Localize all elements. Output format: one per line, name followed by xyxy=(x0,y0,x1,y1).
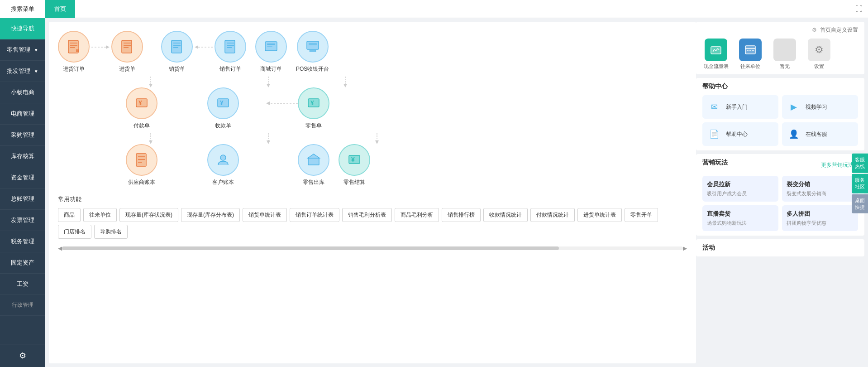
supplier-account-icon[interactable] xyxy=(126,144,157,176)
search-menu-button[interactable]: 搜索菜单 xyxy=(0,0,45,18)
svg-marker-43 xyxy=(267,140,270,144)
func-btn-receipt-stat[interactable]: 收款情况统计 xyxy=(483,208,528,222)
svg-marker-15 xyxy=(195,45,198,49)
func-btn-sales-margin[interactable]: 销售毛利分析表 xyxy=(342,208,392,222)
marketing-grid: 会员拉新 吸引用户成为会员 裂变分销 裂变式发展分销商 直播卖货 场景式购物新玩… xyxy=(702,176,858,231)
marketing-group[interactable]: 多人拼团 拼团购物享受优惠 xyxy=(782,205,858,231)
scroll-right-btn[interactable]: ▶ xyxy=(683,245,687,251)
sidebar-item-salary[interactable]: 工资 xyxy=(0,274,45,295)
sidebar-item-finance[interactable]: 资金管理 xyxy=(0,167,45,188)
scroll-left-btn[interactable]: ◀ xyxy=(58,245,62,251)
shortcut-settings[interactable]: ⚙ 设置 xyxy=(806,39,833,70)
func-btn-store-rank[interactable]: 门店排名 xyxy=(58,225,91,239)
float-community[interactable]: 服务社区 xyxy=(852,174,868,193)
help-beginner[interactable]: ✉ 新手入门 xyxy=(702,95,778,119)
beginner-icon: ✉ xyxy=(707,100,721,114)
home-customize-header: ⚙ 首页自定义设置 xyxy=(702,26,858,34)
purchase-order-icon[interactable] xyxy=(58,31,90,63)
svg-rect-64 xyxy=(752,50,754,51)
arrow-icon: ▼ xyxy=(34,69,38,74)
help-center-item[interactable]: 📄 帮助中心 xyxy=(702,122,778,146)
sidebar-item-tax-mgmt[interactable]: 税务管理 xyxy=(0,231,45,252)
customize-label[interactable]: 首页自定义设置 xyxy=(820,27,858,33)
shortcut-none[interactable]: 暂无 xyxy=(771,39,798,70)
mall-order-icon[interactable] xyxy=(255,31,287,63)
receipt-slip-label: 收款单 xyxy=(215,122,231,130)
help-video[interactable]: ▶ 视频学习 xyxy=(782,95,858,119)
svg-rect-46 xyxy=(136,154,146,166)
sales-slip-icon[interactable] xyxy=(161,31,193,63)
home-tab[interactable]: 首页 xyxy=(45,0,75,18)
func-btn-counterparty[interactable]: 往来单位 xyxy=(83,208,117,222)
marketing-fission[interactable]: 裂变分销 裂变式发展分销商 xyxy=(782,176,858,202)
main-layout: 快捷导航 零售管理 ▼ 批发管理 ▼ 小畅电商 电商管理 采购管理 库存核算 资… xyxy=(0,18,868,367)
down-arrows-row xyxy=(58,77,687,87)
sidebar-item-ecom-mgmt[interactable]: 电商管理 xyxy=(0,103,45,125)
retail-checkout-label: 零售结算 xyxy=(343,179,365,186)
svg-rect-6 xyxy=(122,40,132,53)
common-func-title: 常用功能 xyxy=(58,195,687,203)
fission-title: 裂变分销 xyxy=(787,180,854,188)
purchase-slip-icon[interactable] xyxy=(111,31,143,63)
sidebar-item-inventory[interactable]: 库存核算 xyxy=(0,146,45,167)
down-arrows-row2 xyxy=(58,133,687,144)
beginner-label: 新手入门 xyxy=(726,103,748,111)
marketing-live[interactable]: 直播卖货 场景式购物新玩法 xyxy=(702,205,778,231)
sidebar-item-general-ledger[interactable]: 总账管理 xyxy=(0,188,45,210)
sidebar-item-quick-nav[interactable]: 快捷导航 xyxy=(0,18,45,39)
customer-account-icon[interactable] xyxy=(207,144,239,176)
shortcut-cash-flow[interactable]: 现金流量表 xyxy=(702,39,730,70)
func-btn-sales-order-stat[interactable]: 销售订单统计表 xyxy=(290,208,339,222)
content-area: 进货订单 进货单 xyxy=(45,18,868,367)
shortcut-counterparty[interactable]: 往来单位 xyxy=(737,39,764,70)
svg-text:¥: ¥ xyxy=(310,99,314,106)
retail-warehouse-icon[interactable] xyxy=(298,144,329,176)
func-btn-stock-dist[interactable]: 现存量(库存分布表) xyxy=(181,208,240,222)
payment-slip-icon[interactable]: ¥ xyxy=(126,87,157,119)
pos-label: POS收银开台 xyxy=(296,65,329,73)
counterparty-icon xyxy=(739,39,762,61)
flow-col-retail: ¥ 零售单 xyxy=(298,87,329,130)
sidebar-item-retail-mgmt[interactable]: 零售管理 ▼ xyxy=(0,39,45,61)
func-btn-retail-bill[interactable]: 零售开单 xyxy=(625,208,658,222)
sidebar-item-fixed-assets[interactable]: 固定资产 xyxy=(0,252,45,274)
func-btn-purchase-stat[interactable]: 进货单统计表 xyxy=(577,208,622,222)
sidebar-settings-button[interactable]: ⚙ xyxy=(0,344,45,367)
purchase-order-label: 进货订单 xyxy=(63,65,85,73)
flow-col-mall-order: 商城订单 xyxy=(255,31,287,73)
retail-checkout-icon[interactable]: ¥ xyxy=(339,144,370,176)
group-title: 多人拼团 xyxy=(787,210,854,218)
func-btn-stock-status[interactable]: 现存量(库存状况表) xyxy=(119,208,178,222)
arrow-pos-retail xyxy=(266,100,298,108)
marketing-member[interactable]: 会员拉新 吸引用户成为会员 xyxy=(702,176,778,202)
func-btn-goods-margin[interactable]: 商品毛利分析 xyxy=(395,208,439,222)
func-btn-sales-stat[interactable]: 销货单统计表 xyxy=(243,208,287,222)
sidebar-item-other[interactable]: 行政管理 xyxy=(0,295,45,316)
func-btn-sales-rank[interactable]: 销售排行榜 xyxy=(442,208,481,222)
sidebar-item-xiaoxi-ecom[interactable]: 小畅电商 xyxy=(0,82,45,103)
receipt-slip-icon[interactable]: ¥ xyxy=(207,87,239,119)
marketing-title: 营销玩法 xyxy=(702,159,728,167)
sales-order-icon[interactable] xyxy=(215,31,246,63)
func-btn-goods[interactable]: 商品 xyxy=(58,208,81,222)
fullscreen-icon[interactable]: ⛶ xyxy=(855,5,863,13)
scroll-thumb xyxy=(62,246,559,250)
sidebar-item-purchase-mgmt[interactable]: 采购管理 xyxy=(0,125,45,146)
help-online-service[interactable]: 👤 在线客服 xyxy=(782,122,858,146)
float-buttons: 客服热线 服务社区 桌面快捷 xyxy=(852,154,868,213)
func-btn-guide-rank[interactable]: 导购排名 xyxy=(94,225,128,239)
float-desktop[interactable]: 桌面快捷 xyxy=(852,194,868,213)
flow-col-retail-checkout: ¥ 零售结算 xyxy=(339,144,370,186)
float-customer-service[interactable]: 客服热线 xyxy=(852,154,868,173)
retail-slip-icon[interactable]: ¥ xyxy=(298,87,329,119)
func-btn-payment-stat[interactable]: 付款情况统计 xyxy=(530,208,575,222)
sidebar-item-invoice-mgmt[interactable]: 发票管理 xyxy=(0,210,45,231)
svg-rect-16 xyxy=(225,40,235,53)
svg-rect-24 xyxy=(309,43,317,45)
svg-marker-37 xyxy=(266,101,270,105)
marketing-header: 营销玩法 更多营销玩法 > xyxy=(702,159,858,171)
sidebar-item-wholesale-mgmt[interactable]: 批发管理 ▼ xyxy=(0,61,45,82)
scroll-track[interactable] xyxy=(62,246,683,250)
svg-point-50 xyxy=(220,155,226,160)
pos-cashier-icon[interactable] xyxy=(297,31,329,63)
